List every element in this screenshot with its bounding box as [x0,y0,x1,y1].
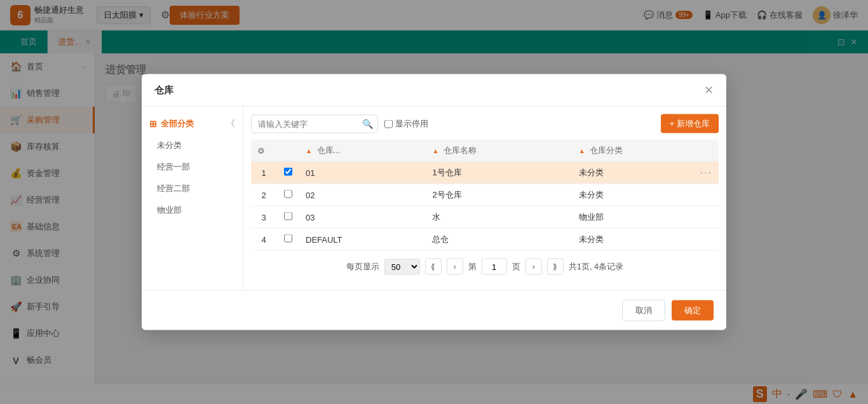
cat-item-uncategorized[interactable]: 未分类 [142,135,243,156]
total-info: 共1页, 4条记录 [569,261,624,273]
row-category: 未分类 ··· [573,161,719,184]
row-checkbox[interactable] [276,228,299,250]
per-page-select[interactable]: 50 10 20 100 [384,259,420,274]
search-icon[interactable]: 🔍 [362,119,373,129]
cat-all-label: 全部分类 [161,118,194,130]
row-name: 总仓 [426,228,572,250]
table-row[interactable]: 4 DEFAULT 总仓 未分类 [251,228,719,250]
sort-code-icon: ▲ [306,147,312,154]
modal-body: ⊞ 全部分类 《 未分类 经营一部 经营二部 物业部 [142,107,726,290]
row-name: 2号仓库 [426,184,572,206]
row-name: 1号仓库 [426,161,572,184]
row-code: 03 [299,206,426,228]
col-header-gear: ⚙ [251,140,276,162]
row-index: 4 [251,228,276,250]
search-wrap: 🔍 [251,114,378,133]
cancel-btn[interactable]: 取消 [622,300,665,321]
table-row[interactable]: 3 03 水 物业部 [251,206,719,228]
row-more-btn[interactable]: ··· [700,167,712,178]
page-first-btn[interactable]: ⟪ [425,259,442,275]
row-checkbox[interactable] [276,206,299,228]
table-toolbar: 🔍 显示停用 + 新增仓库 [251,114,719,133]
row-code: 02 [299,184,426,206]
warehouse-modal: 仓库 ✕ ⊞ 全部分类 《 未分类 经营一部 经营二部 物业部 [142,74,726,330]
page-input[interactable] [482,259,507,275]
row-index: 2 [251,184,276,206]
table-row[interactable]: 1 01 1号仓库 未分类 ··· [251,161,719,184]
col-header-code: ▲ 仓库... [299,140,426,162]
settings-col-icon: ⚙ [257,145,265,155]
row-checkbox[interactable] [276,161,299,184]
add-warehouse-btn[interactable]: + 新增仓库 [661,114,719,133]
category-panel: ⊞ 全部分类 《 未分类 经营一部 经营二部 物业部 [142,107,243,290]
col-header-category: ▲ 仓库分类 [573,140,719,162]
row-check-input[interactable] [284,234,292,243]
cat-item-property[interactable]: 物业部 [142,199,243,221]
modal-close-btn[interactable]: ✕ [704,83,714,97]
table-row[interactable]: 2 02 2号仓库 未分类 [251,184,719,206]
cat-all-title[interactable]: ⊞ 全部分类 [149,118,194,130]
row-index: 3 [251,206,276,228]
row-check-input[interactable] [284,190,292,198]
show-disabled-text: 显示停用 [395,118,428,130]
warehouse-table: ⚙ ▲ 仓库... ▲ 仓库名称 ▲ 仓库分类 [251,140,719,251]
page-unit: 页 [512,261,520,273]
row-category: 未分类 [573,184,719,206]
modal-footer: 取消 确定 [142,290,726,330]
cat-item-ops1[interactable]: 经营一部 [142,156,243,178]
row-category: 物业部 [573,206,719,228]
sort-name-icon: ▲ [432,147,438,154]
sort-cat-icon: ▲ [579,147,585,154]
row-code: 01 [299,161,426,184]
cat-item-ops2[interactable]: 经营二部 [142,178,243,199]
modal-header: 仓库 ✕ [142,74,726,107]
show-disabled-checkbox[interactable] [384,119,393,128]
page-label: 第 [468,261,477,273]
row-checkbox[interactable] [276,184,299,206]
table-panel: 🔍 显示停用 + 新增仓库 ⚙ ▲ [243,107,726,290]
row-index: 1 [251,161,276,184]
row-category: 未分类 [573,228,719,250]
col-header-check [276,140,299,162]
page-last-btn[interactable]: ⟫ [547,259,564,275]
confirm-btn[interactable]: 确定 [672,300,714,321]
row-check-input[interactable] [284,212,292,220]
pagination: 每页显示 50 10 20 100 ⟪ ‹ 第 页 › ⟫ 共1页, 4条记录 [251,251,719,283]
cat-collapse-btn[interactable]: 《 [226,118,235,130]
show-disabled-label: 显示停用 [384,118,428,130]
grid-icon: ⊞ [149,119,157,129]
row-name: 水 [426,206,572,228]
modal-title: 仓库 [154,84,173,96]
row-code: DEFAULT [299,228,426,250]
row-check-input[interactable] [284,168,292,176]
search-input[interactable] [251,114,378,133]
page-prev-btn[interactable]: ‹ [447,259,463,275]
page-next-btn[interactable]: › [526,259,542,275]
per-page-label: 每页显示 [346,261,379,273]
col-header-name: ▲ 仓库名称 [426,140,572,162]
cat-header: ⊞ 全部分类 《 [142,113,243,135]
